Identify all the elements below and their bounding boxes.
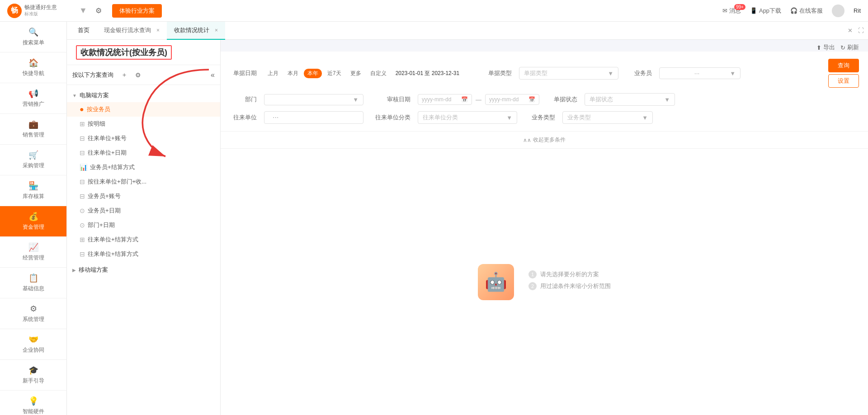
sidebar-item-iot[interactable]: 💡 智能硬件 xyxy=(0,391,66,415)
doc-type-label: 单据类型 xyxy=(476,69,512,77)
doc-type-value: 单据类型 xyxy=(524,69,547,77)
cp-category-value: 往来单位分类 xyxy=(423,113,458,122)
tree-item-label: 业务员+结算方式 xyxy=(90,163,135,171)
maximize-window-icon[interactable]: ⛶ xyxy=(857,27,864,34)
cp-category-select[interactable]: 往来单位分类 ▼ xyxy=(418,111,517,124)
tree-group-mobile: ▶ 移动端方案 xyxy=(67,263,220,277)
sidebar-item-finance[interactable]: 💰 资金管理 xyxy=(0,206,66,237)
sidebar-item-sales[interactable]: 💼 销售管理 xyxy=(0,114,66,145)
tree-item-counterparty-dept[interactable]: ⊟ 按往来单位+部门+收... xyxy=(67,174,220,189)
close-window-icon[interactable]: ✕ xyxy=(846,27,854,34)
tree-item-counterparty-date[interactable]: ⊟ 往来单位+日期 xyxy=(67,146,220,160)
date-tabs: 上月 本月 本年 近7天 更多 自定义 2023-01-01 至 2023-12… xyxy=(264,69,459,78)
tree-item-salesperson[interactable]: ● 按业务员 xyxy=(67,102,220,117)
tree-group-header-mobile[interactable]: ▶ 移动端方案 xyxy=(67,263,220,277)
query-button[interactable]: 查询 xyxy=(828,59,859,72)
empty-hints: 1 请先选择要分析的方案 2 用过滤条件来缩小分析范围 xyxy=(528,270,611,294)
date-tab-custom[interactable]: 自定义 xyxy=(367,69,390,78)
sidebar-item-guide[interactable]: 🎓 新手引导 xyxy=(0,360,66,391)
ops-icon: 📈 xyxy=(28,242,38,252)
sidebar-item-label: 资金管理 xyxy=(23,223,44,231)
avatar[interactable] xyxy=(832,5,844,17)
logo-text: 畅捷通好生意 xyxy=(24,4,57,11)
action-buttons: 查询 设置 xyxy=(828,59,859,88)
settings-scheme-button[interactable]: ⚙ xyxy=(132,70,143,80)
more-icon[interactable]: ··· xyxy=(694,70,700,77)
date-end-placeholder: yyyy-mm-dd xyxy=(489,96,519,103)
receipts-tab-close[interactable]: × xyxy=(215,27,218,33)
review-date-end[interactable]: yyyy-mm-dd 📅 xyxy=(485,94,539,105)
review-date-start[interactable]: yyyy-mm-dd 📅 xyxy=(418,94,472,105)
salesperson-select[interactable]: ··· ▼ xyxy=(659,67,741,79)
tree-item-counterparty-account[interactable]: ⊟ 往来单位+账号 xyxy=(67,131,220,146)
export-icon: ⬆ xyxy=(816,44,821,51)
tree-item-detail[interactable]: ⊞ 按明细 xyxy=(67,117,220,131)
top-action-bar: ⬆ 导出 ↻ 刷新 xyxy=(221,40,868,52)
tab-receipts[interactable]: 收款情况统计 × xyxy=(167,22,225,40)
tab-cashflow[interactable]: 现金银行流水查询 × xyxy=(97,22,167,40)
date-tab-lastmonth[interactable]: 上月 xyxy=(264,69,282,78)
refresh-button[interactable]: ↻ 刷新 xyxy=(840,43,859,52)
sidebar-item-system[interactable]: ⚙ 系统管理 xyxy=(0,298,66,329)
sidebar-item-quicknav[interactable]: 🏠 快捷导航 xyxy=(0,52,66,83)
tree-item-salesperson-account[interactable]: ⊟ 业务员+账号 xyxy=(67,189,220,203)
calendar-icon-end: 📅 xyxy=(528,96,535,103)
sidebar-item-label: 营销推广 xyxy=(23,100,44,108)
purchase-icon: 🛒 xyxy=(28,150,38,160)
date-tab-more[interactable]: 更多 xyxy=(347,69,365,78)
add-scheme-button[interactable]: ＋ xyxy=(119,70,130,80)
tree-item-cp-settlement2[interactable]: ⊟ 往来单位+结算方式 xyxy=(67,247,220,261)
tab-home[interactable]: 首页 xyxy=(71,22,97,40)
sidebar-item-basic[interactable]: 📋 基础信息 xyxy=(0,268,66,298)
sales-icon: 💼 xyxy=(28,119,38,129)
trial-button[interactable]: 体验行业方案 xyxy=(112,4,162,18)
tree-item-label: 按往来单位+部门+收... xyxy=(88,178,146,186)
chevron-down-icon: ▼ xyxy=(608,70,613,77)
tree-item-dept-date[interactable]: ⊙ 部门+日期 xyxy=(67,218,220,232)
hint-text-1: 请先选择要分析的方案 xyxy=(540,270,599,278)
sp-acc-icon: ⊟ xyxy=(80,193,85,200)
tree-item-salesperson-date[interactable]: ⊙ 业务员+日期 xyxy=(67,203,220,218)
marketing-icon: 📢 xyxy=(28,89,38,99)
filter-row-2: 部门 ▼ 审核日期 yyyy-mm-dd 📅 xyxy=(230,93,859,106)
hint-text-2: 用过滤条件来缩小分析范围 xyxy=(540,282,611,290)
sidebar-item-inventory[interactable]: 🏪 库存核算 xyxy=(0,175,66,206)
cp-st2-icon: ⊟ xyxy=(80,250,85,258)
sidebar-item-ops[interactable]: 📈 经营管理 xyxy=(0,237,66,268)
receipts-tab-label: 收款情况统计 xyxy=(174,26,209,34)
sidebar-item-label: 智能硬件 xyxy=(23,408,44,415)
message-button[interactable]: ✉ 消息 99+ xyxy=(722,7,741,15)
cashflow-tab-close[interactable]: × xyxy=(156,27,160,33)
empty-hint-1: 1 请先选择要分析的方案 xyxy=(528,270,611,278)
sidebar-item-marketing[interactable]: 📢 营销推广 xyxy=(0,83,66,114)
cp-dept-icon: ⊟ xyxy=(80,178,85,185)
biz-type-select[interactable]: 业务类型 ▼ xyxy=(562,111,653,124)
online-service-button[interactable]: 🎧 在线客服 xyxy=(790,7,823,15)
date-tab-thisyear[interactable]: 本年 xyxy=(304,69,322,78)
export-button[interactable]: ⬆ 导出 xyxy=(816,43,835,52)
tree-group-header-desktop[interactable]: ▼ 电脑端方案 xyxy=(67,89,220,102)
settings-icon[interactable]: ⚙ xyxy=(92,5,105,17)
dept-select[interactable]: ▼ xyxy=(264,94,363,105)
date-tab-7days[interactable]: 近7天 xyxy=(324,69,345,78)
doc-status-select[interactable]: 单据状态 ▼ xyxy=(585,93,675,106)
collapse-scheme-button[interactable]: « xyxy=(211,71,215,79)
home-icon: 🏠 xyxy=(28,58,38,68)
refresh-icon: ↻ xyxy=(840,44,845,51)
sidebar-item-enterprise[interactable]: 🤝 企业协同 xyxy=(0,329,66,360)
tree-item-cp-settlement1[interactable]: ⊞ 往来单位+结算方式 xyxy=(67,232,220,247)
date-tab-thismonth[interactable]: 本月 xyxy=(284,69,302,78)
sidebar-item-search[interactable]: 🔍 搜索菜单 xyxy=(0,22,66,52)
tree-item-label: 往来单位+结算方式 xyxy=(88,236,138,244)
collapse-more-btn[interactable]: ∧∧ 收起更多条件 xyxy=(221,132,868,149)
guide-icon: 🎓 xyxy=(28,365,38,375)
sidebar-item-purchase[interactable]: 🛒 采购管理 xyxy=(0,145,66,175)
counterparty-more-icon[interactable]: ··· xyxy=(273,113,278,122)
counterparty-select[interactable]: ··· xyxy=(264,111,363,124)
sp-date-icon: ⊙ xyxy=(80,207,85,214)
doc-type-select[interactable]: 单据类型 ▼ xyxy=(519,67,618,80)
tree-item-label: 按明细 xyxy=(88,120,105,128)
filter-settings-button[interactable]: 设置 xyxy=(828,74,859,88)
app-download-button[interactable]: 📱 App下载 xyxy=(750,7,781,15)
tree-item-salesperson-settlement[interactable]: 📊 业务员+结算方式 xyxy=(67,160,220,174)
